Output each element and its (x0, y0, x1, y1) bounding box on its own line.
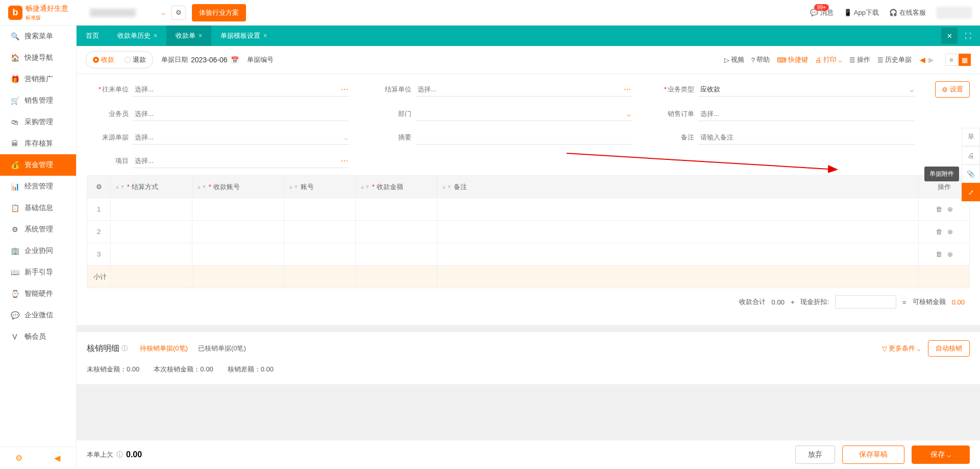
tab-close-all-button[interactable]: ✕ (941, 28, 958, 44)
table-config-header[interactable]: ⚙ (87, 176, 111, 198)
cell-amount[interactable] (356, 243, 437, 266)
float-draft-button[interactable]: 草 (962, 128, 980, 146)
help-icon[interactable]: ⓘ (116, 450, 123, 459)
tab-0[interactable]: 首页 (77, 26, 108, 46)
th-remark[interactable]: ▲▼备注 (437, 176, 919, 198)
view-card-toggle[interactable]: ▦ (959, 54, 971, 66)
tab-close-icon[interactable]: × (263, 32, 267, 39)
experience-industry-button[interactable]: 体验行业方案 (192, 4, 246, 21)
next-arrow[interactable]: ▶ (927, 56, 935, 64)
sidebar-item-3[interactable]: 🛒销售管理 (0, 90, 76, 111)
sidebar-item-7[interactable]: 📊经营管理 (0, 176, 76, 197)
row-add-icon[interactable]: ⊕ (947, 228, 953, 236)
cell-settle-method[interactable] (111, 221, 192, 243)
row-add-icon[interactable]: ⊕ (947, 250, 953, 258)
cash-discount-input[interactable] (835, 295, 896, 309)
sidebar-item-11[interactable]: 📖新手引导 (0, 262, 76, 283)
sidebar-item-12[interactable]: ⌚智能硬件 (0, 283, 76, 304)
calendar-icon[interactable]: 📅 (231, 56, 239, 64)
sidebar-item-4[interactable]: 🛍采购管理 (0, 111, 76, 133)
table-row[interactable]: 3🗑⊕ (87, 243, 970, 266)
save-draft-button[interactable]: 保存草稿 (842, 445, 904, 464)
operate-link[interactable]: ☰操作 (849, 55, 870, 64)
cell-account[interactable] (192, 243, 284, 266)
view-list-toggle[interactable]: ≡ (945, 54, 958, 66)
video-link[interactable]: ▷视频 (724, 55, 744, 64)
sidebar-item-13[interactable]: 💬企业微信 (0, 304, 76, 326)
more-conditions-link[interactable]: ▽ 更多条件 ⌵ (882, 344, 921, 353)
help-link[interactable]: ?帮助 (751, 55, 770, 64)
chevron-down-icon[interactable]: ⌵ (344, 133, 348, 142)
th-amount[interactable]: ▲▼*收款金额 (356, 176, 437, 198)
settings-gear-button[interactable]: ⚙ (172, 6, 186, 20)
row-delete-icon[interactable]: 🗑 (936, 228, 942, 236)
history-link[interactable]: ☰历史单据 (877, 55, 912, 64)
sidebar-item-6[interactable]: 💰资金管理 (0, 154, 76, 176)
settings-button[interactable]: ⚙设置 (935, 81, 970, 98)
sidebar-item-2[interactable]: 🎁营销推广 (0, 68, 76, 90)
sidebar-item-10[interactable]: 🏢企业协同 (0, 240, 76, 262)
cell-remark[interactable] (437, 198, 919, 221)
sidebar-item-9[interactable]: ⚙系统管理 (0, 219, 76, 240)
print-link[interactable]: 🖨打印⌵ (815, 55, 842, 64)
discard-button[interactable]: 放弃 (795, 445, 835, 464)
more-icon[interactable]: ⋯ (341, 157, 348, 165)
messages-link[interactable]: 99+ 💬 消息 (810, 8, 834, 17)
remark-input[interactable] (698, 130, 915, 145)
sidebar-collapse-button[interactable]: ◀ (38, 447, 77, 469)
dept-input[interactable] (415, 107, 632, 121)
cell-amount[interactable] (356, 221, 437, 243)
float-attachment-button[interactable]: 单据附件 📎 (962, 165, 980, 183)
source-input[interactable] (133, 130, 349, 145)
more-icon[interactable]: ⋯ (341, 85, 348, 93)
row-add-icon[interactable]: ⊕ (947, 205, 953, 213)
radio-refund[interactable]: 退款 (119, 53, 151, 66)
auto-verify-button[interactable]: 自动核销 (928, 340, 970, 357)
prev-arrow[interactable]: ◀ (919, 56, 926, 64)
th-settle-method[interactable]: ▲▼*结算方式 (111, 176, 192, 198)
company-selector[interactable]: ⌵ (90, 9, 165, 17)
sidebar-item-8[interactable]: 📋基础信息 (0, 197, 76, 219)
th-account[interactable]: ▲▼*收款账号 (192, 176, 284, 198)
app-download-link[interactable]: 📱 App下载 (844, 8, 879, 17)
biz-type-input[interactable] (698, 82, 915, 97)
project-input[interactable] (133, 154, 349, 168)
row-delete-icon[interactable]: 🗑 (936, 250, 942, 258)
settle-unit-input[interactable] (415, 82, 632, 97)
sales-order-input[interactable] (698, 107, 915, 121)
sidebar-item-5[interactable]: 🏛库存核算 (0, 133, 76, 154)
radio-receive[interactable]: 收款 (88, 53, 119, 66)
cell-account[interactable] (192, 221, 284, 243)
tab-2[interactable]: 收款单× (166, 26, 211, 46)
tab-close-icon[interactable]: × (199, 32, 202, 39)
float-print-button[interactable]: 🖨 (962, 146, 980, 165)
more-icon[interactable]: ⋯ (624, 85, 631, 93)
tab-close-icon[interactable]: × (154, 32, 157, 39)
table-row[interactable]: 1🗑⊕ (87, 198, 970, 221)
user-avatar[interactable] (936, 7, 972, 19)
cell-acct-no[interactable] (284, 221, 356, 243)
summary-input[interactable] (415, 130, 632, 145)
verify-tab-pending[interactable]: 待核销单据(0笔) (140, 344, 188, 353)
float-expand-button[interactable]: ⤢ (962, 183, 980, 201)
cell-settle-method[interactable] (111, 243, 192, 266)
th-acct-no[interactable]: ▲▼账号 (284, 176, 356, 198)
help-icon[interactable]: ⓘ (121, 344, 128, 353)
sidebar-item-0[interactable]: 🔍搜索菜单 (0, 26, 76, 47)
tab-3[interactable]: 单据模板设置× (211, 26, 276, 46)
cell-acct-no[interactable] (284, 243, 356, 266)
table-row[interactable]: 2🗑⊕ (87, 221, 970, 243)
partner-input[interactable] (133, 82, 349, 97)
cell-remark[interactable] (437, 243, 919, 266)
sidebar-settings-button[interactable]: ⚙ (0, 447, 38, 469)
verify-tab-done[interactable]: 已核销单据(0笔) (198, 344, 246, 353)
tab-1[interactable]: 收款单历史× (108, 26, 166, 46)
shortcut-link[interactable]: ⌨快捷键 (777, 55, 808, 64)
cell-settle-method[interactable] (111, 198, 192, 221)
chevron-down-icon[interactable]: ⌵ (627, 110, 631, 118)
chevron-down-icon[interactable]: ⌵ (910, 85, 914, 93)
cell-acct-no[interactable] (284, 198, 356, 221)
row-delete-icon[interactable]: 🗑 (936, 205, 942, 213)
online-service-link[interactable]: 🎧 在线客服 (889, 8, 926, 17)
sidebar-item-1[interactable]: 🏠快捷导航 (0, 47, 76, 68)
